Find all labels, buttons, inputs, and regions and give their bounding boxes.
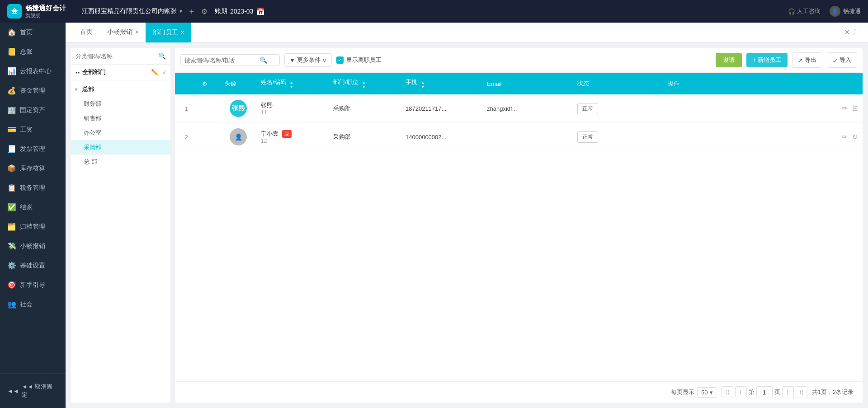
row-email: zhangxidf... xyxy=(482,94,573,123)
edit-icon[interactable]: ✏ xyxy=(842,133,848,141)
unpin-label: ◄◄ 取消固定 xyxy=(22,383,58,399)
all-dept-label[interactable]: ▪▪ 全部部门 xyxy=(75,68,106,76)
show-inactive-toggle[interactable]: ✓ 显示离职员工 xyxy=(336,56,382,64)
dept-collapse-icon[interactable]: « xyxy=(162,69,166,76)
dept-item-office[interactable]: 办公室 xyxy=(71,126,170,140)
tab-expense[interactable]: 小畅报销 × xyxy=(100,23,146,42)
top-header: 会 畅捷通好会计 旗舰版 江西服宝精品有限责任公司内账张 ▾ ＋ ⚙ 账期 20… xyxy=(0,0,868,23)
dept-edit-icon[interactable]: ✏️ xyxy=(151,69,159,76)
col-settings[interactable]: ⚙ xyxy=(198,73,220,94)
close-tab-btn[interactable]: ✕ xyxy=(844,28,850,37)
row-index: 2 xyxy=(175,123,198,151)
page-number-input[interactable] xyxy=(756,386,773,398)
emp-search-input[interactable] xyxy=(184,57,257,64)
sidebar-item-reports[interactable]: 📊 云报表中心 xyxy=(0,61,66,81)
page-size-box[interactable]: 50 ▾ xyxy=(697,387,717,398)
row-email xyxy=(482,123,573,151)
page-nav: ⟨⟨ ⟨ 第 页 ⟩ ⟩⟩ xyxy=(722,386,807,398)
calendar-icon[interactable]: 📅 xyxy=(256,7,265,16)
dept-item-hq[interactable]: ▼ 总部 xyxy=(71,82,170,97)
sidebar-item-archive[interactable]: 🗂️ 归档管理 xyxy=(0,217,66,236)
sidebar-label: 结账 xyxy=(20,203,33,211)
app-name: 畅捷通好会计 xyxy=(25,4,66,12)
sidebar-item-general-ledger[interactable]: 📒 总账 xyxy=(0,42,66,61)
sidebar-item-settings[interactable]: ⚙️ 基础设置 xyxy=(0,256,66,275)
sidebar-item-tax[interactable]: 📋 税务管理 xyxy=(0,178,66,197)
sidebar-label: 首页 xyxy=(20,28,33,37)
sidebar-label: 社会 xyxy=(20,300,33,309)
col-dept[interactable]: 部门/职位 ▲▼ xyxy=(329,73,401,94)
sidebar-item-guide[interactable]: 🎯 新手引导 xyxy=(0,275,66,295)
tax-icon: 📋 xyxy=(7,183,15,192)
tab-dept-close[interactable]: × xyxy=(181,29,184,36)
sidebar-item-home[interactable]: 🏠 首页 xyxy=(0,23,66,42)
expand-tab-btn[interactable]: ⛶ xyxy=(854,28,861,37)
support-btn[interactable]: 🎧 人工咨询 xyxy=(788,7,821,15)
add-company-icon[interactable]: ＋ xyxy=(188,6,196,17)
sidebar-item-fixed-assets[interactable]: 🏢 固定资产 xyxy=(0,100,66,120)
import-button[interactable]: ↙ 导入 xyxy=(827,52,857,68)
next-page-btn[interactable]: ⟩ xyxy=(782,386,794,398)
row-avatar: 👤 xyxy=(220,123,256,151)
row-dept: 采购部 xyxy=(329,123,401,151)
sort-phone-icon: ▲▼ xyxy=(421,81,425,89)
tab-home[interactable]: 首页 xyxy=(73,23,100,42)
sidebar-item-funds[interactable]: 💰 资金管理 xyxy=(0,81,66,100)
tab-action-btns: ✕ ⛶ xyxy=(844,28,861,37)
dept-item-purchase[interactable]: 采购部 xyxy=(71,140,170,155)
export-icon: ↗ xyxy=(798,57,803,64)
page-di-label: 第 xyxy=(749,388,755,396)
company-dropdown-icon[interactable]: ▾ xyxy=(179,8,182,14)
edit-icon[interactable]: ✏ xyxy=(842,104,848,113)
emp-footer: 每页显示 50 ▾ ⟨⟨ ⟨ 第 页 ⟩ ⟩⟩ xyxy=(175,381,863,403)
col-action: 操作 xyxy=(663,73,863,94)
pending-badge: 应 xyxy=(282,130,292,138)
dept-item-sales[interactable]: 销售部 xyxy=(71,111,170,126)
row-name: 张熙 11 xyxy=(256,94,329,123)
main-layout: 🏠 首页 📒 总账 📊 云报表中心 💰 资金管理 🏢 固定资产 💳 工资 🧾 发… xyxy=(0,23,868,408)
avatar: 张熙 xyxy=(230,100,247,117)
import-icon: ↙ xyxy=(833,57,838,64)
tab-dept-employee[interactable]: 部门员工 × xyxy=(146,23,191,42)
sidebar-label: 归档管理 xyxy=(20,223,45,231)
dept-search-input[interactable] xyxy=(75,53,156,60)
sidebar-item-more[interactable]: 👥 社会 xyxy=(0,295,66,314)
inventory-icon: 📦 xyxy=(7,164,15,173)
dept-item-finance[interactable]: 财务部 xyxy=(71,97,170,111)
logo-icon: 会 xyxy=(7,4,22,19)
logout-icon[interactable]: ⊟ xyxy=(852,104,858,113)
filter-icon: ▼ xyxy=(289,57,295,64)
settlement-icon: ✅ xyxy=(7,203,15,211)
last-page-btn[interactable]: ⟩⟩ xyxy=(796,386,807,398)
sidebar-item-expense[interactable]: 💸 小畅报销 xyxy=(0,236,66,256)
sidebar-label: 云报表中心 xyxy=(20,67,52,75)
col-phone[interactable]: 手机 ▲▼ xyxy=(401,73,482,94)
page-content: 🔍 ▪▪ 全部部门 ✏️ « ▼ 总部 xyxy=(66,42,868,408)
user-menu[interactable]: 👤 畅捷通 xyxy=(830,6,861,17)
row-actions: ✏ ↻ xyxy=(663,123,863,151)
dept-header-icons: ✏️ « xyxy=(151,69,166,76)
prev-page-btn[interactable]: ⟨ xyxy=(735,386,747,398)
show-inactive-label: 显示离职员工 xyxy=(346,56,382,64)
unpin-icon: ◄◄ xyxy=(7,388,19,394)
company-name: 江西服宝精品有限责任公司内账张 xyxy=(82,7,177,15)
row-dept: 采购部 xyxy=(329,94,401,123)
more-filter-btn[interactable]: ▼ 更多条件 ∨ xyxy=(284,53,332,67)
sidebar-item-inventory[interactable]: 📦 库存核算 xyxy=(0,159,66,178)
sidebar-item-invoices[interactable]: 🧾 发票管理 xyxy=(0,139,66,159)
col-name[interactable]: 姓名/编码 ▲▼ xyxy=(256,73,329,94)
row-avatar: 张熙 xyxy=(220,94,256,123)
dept-item-general[interactable]: 总 部 xyxy=(71,155,170,169)
col-status: 状态 xyxy=(573,73,663,94)
settings-icon: ⚙️ xyxy=(7,261,15,270)
sidebar-item-settlement[interactable]: ✅ 结账 xyxy=(0,197,66,217)
settings-gear-icon[interactable]: ⚙ xyxy=(201,7,208,16)
add-employee-button[interactable]: + 新增员工 xyxy=(746,53,788,67)
tab-expense-close[interactable]: × xyxy=(135,29,138,35)
first-page-btn[interactable]: ⟨⟨ xyxy=(722,386,733,398)
unpin-button[interactable]: ◄◄ ◄◄ 取消固定 xyxy=(0,378,66,403)
invite-button[interactable]: 邀请 xyxy=(716,53,742,67)
export-button[interactable]: ↗ 导出 xyxy=(792,52,822,68)
refresh-icon[interactable]: ↻ xyxy=(852,133,858,141)
sidebar-item-payroll[interactable]: 💳 工资 xyxy=(0,120,66,139)
